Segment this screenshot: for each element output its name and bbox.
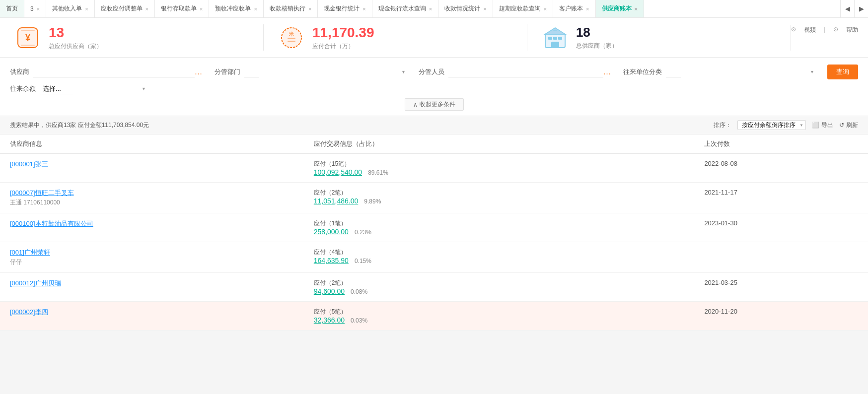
sort-wrapper: 按应付余额倒序排序 <box>737 120 806 130</box>
supplier-info-cell: [000001]张三 <box>0 154 304 183</box>
stats-bar: ¥ 13 总应付供应商（家） 米 11,170.39 应付合计（万） <box>0 18 868 58</box>
nav-tab-other-income-close[interactable]: × <box>85 6 88 12</box>
tx-info-cell: 应付（4笔）164,635.900.15% <box>304 242 695 273</box>
ap-suppliers-number: 13 <box>49 24 248 41</box>
nav-tab-3-label: 3 <box>30 5 34 12</box>
nav-tab-cash-bank-stat-label: 现金银行统计 <box>324 4 360 13</box>
table-header-row: 供应商信息 应付交易信息（占比） 上次付数 <box>0 134 868 154</box>
search-field-balance: 往来余额 选择... <box>10 83 149 94</box>
nav-tab-bank-deposit-label: 银行存取款单 <box>161 4 197 13</box>
ap-amount-icon: 米 <box>279 25 304 51</box>
nav-tab-other-income[interactable]: 其他收入单 × <box>46 0 94 17</box>
nav-next-arrow[interactable]: ▶ <box>854 0 868 17</box>
collapse-button[interactable]: ∧ 收起更多条件 <box>405 98 464 111</box>
ap-amount-number: 11,170.39 <box>312 24 512 41</box>
nav-tab-receipt-verify-close[interactable]: × <box>308 6 311 12</box>
tx-percent: 0.08% <box>351 288 367 295</box>
video-link[interactable]: 视频 <box>804 26 816 34</box>
nav-tab-prepay-ar[interactable]: 预收冲应收单 × <box>209 0 263 17</box>
dept-select[interactable] <box>244 66 259 77</box>
export-button[interactable]: ⬜ 导出 <box>812 121 833 130</box>
stat-info-total-suppliers: 18 总供应商（家） <box>576 25 776 50</box>
nav-tab-supplier-book-close[interactable]: × <box>635 6 638 12</box>
ap-amount-label: 应付合计（万） <box>312 42 512 51</box>
nav-tab-receipt-stat-close[interactable]: × <box>483 6 486 12</box>
nav-tab-cash-bank-flow-close[interactable]: × <box>429 6 432 12</box>
stat-block-total-suppliers: 18 总供应商（家） <box>527 25 791 51</box>
sort-select[interactable]: 按应付余额倒序排序 <box>737 120 806 130</box>
nav-tab-3-close[interactable]: × <box>37 6 40 12</box>
svg-rect-3 <box>21 45 35 46</box>
supplier-link[interactable]: [000002]李四 <box>10 308 48 316</box>
nav-tab-cash-bank-stat-close[interactable]: × <box>362 6 365 12</box>
nav-tab-home[interactable]: 首页 <box>0 0 24 17</box>
search-field-supplier: 供应商 … <box>10 66 205 77</box>
tx-amount[interactable]: 94,600.00 <box>314 287 345 295</box>
nav-tab-customer-book[interactable]: 客户账本 × <box>553 0 595 17</box>
last-pay-cell: 2020-11-20 <box>694 302 868 330</box>
nav-tab-customer-book-close[interactable]: × <box>586 6 589 12</box>
nav-tab-prepay-ar-close[interactable]: × <box>254 6 257 12</box>
tx-amount[interactable]: 100,092,540.00 <box>314 168 362 176</box>
tx-amount[interactable]: 258,000.00 <box>314 228 349 236</box>
nav-tab-ar-ap-adjust-close[interactable]: × <box>145 6 148 12</box>
supplier-link[interactable]: [000007]恒旺二手叉车 <box>10 189 74 197</box>
svg-rect-11 <box>558 37 562 40</box>
nav-tab-overdue-ar[interactable]: 超期应收款查询 × <box>493 0 553 17</box>
stat-block-ap-amount: 米 11,170.39 应付合计（万） <box>264 24 527 51</box>
nav-tab-receipt-verify[interactable]: 收款核销执行 × <box>264 0 318 17</box>
nav-tab-ar-ap-adjust[interactable]: 应收应付调整单 × <box>95 0 155 17</box>
svg-rect-2 <box>21 30 35 31</box>
person-input[interactable] <box>448 66 603 77</box>
tx-amount[interactable]: 32,366.00 <box>314 316 345 324</box>
last-pay-cell: 2021-03-25 <box>694 273 868 302</box>
nav-tab-cash-bank-stat[interactable]: 现金银行统计 × <box>318 0 372 17</box>
supplier-dots[interactable]: … <box>195 67 203 76</box>
supplier-info-cell: [000002]李四 <box>0 302 304 330</box>
table-container: 供应商信息 应付交易信息（占比） 上次付数 [000001]张三应付（15笔）1… <box>0 134 868 330</box>
balance-label: 往来余额 <box>10 84 36 93</box>
sort-label: 排序： <box>714 121 731 130</box>
supplier-input[interactable] <box>33 66 195 77</box>
table-row: [000100]本特勤油品有限公司应付（1笔）258,000.000.23%20… <box>0 213 868 242</box>
nav-tab-supplier-book[interactable]: 供应商账本 × <box>596 0 644 17</box>
svg-marker-13 <box>544 28 566 35</box>
nav-tab-overdue-ar-close[interactable]: × <box>544 6 547 12</box>
tx-percent: 0.15% <box>355 258 371 264</box>
help-link[interactable]: 帮助 <box>846 26 858 34</box>
query-button[interactable]: 查询 <box>827 65 858 79</box>
supplier-link[interactable]: [000001]张三 <box>10 160 48 168</box>
table-row: [000001]张三应付（15笔）100,092,540.0089.61%202… <box>0 154 868 183</box>
supplier-info-cell: [001]广州荣轩仔仔 <box>0 242 304 273</box>
supplier-link[interactable]: [001]广州荣轩 <box>10 249 50 256</box>
supplier-link[interactable]: [000100]本特勤油品有限公司 <box>10 220 93 227</box>
category-select[interactable] <box>666 66 681 77</box>
svg-rect-14 <box>553 30 557 31</box>
supplier-link[interactable]: [000012]广州贝瑞 <box>10 279 61 287</box>
dept-select-wrapper <box>244 66 409 77</box>
total-suppliers-icon <box>542 25 568 51</box>
refresh-button[interactable]: ↺ 刷新 <box>839 121 858 130</box>
person-dots[interactable]: … <box>603 67 611 76</box>
nav-tab-bank-deposit-close[interactable]: × <box>200 6 203 12</box>
nav-tab-3[interactable]: 3 × <box>24 0 46 17</box>
nav-tab-cash-bank-flow[interactable]: 现金银行流水查询 × <box>372 0 438 17</box>
table-row: [000012]广州贝瑞应付（2笔）94,600.000.08%2021-03-… <box>0 273 868 302</box>
last-pay-cell: 2022-08-08 <box>694 154 868 183</box>
tx-label: 应付（2笔） <box>314 279 685 287</box>
nav-tab-home-label: 首页 <box>6 4 18 13</box>
nav-prev-arrow[interactable]: ◀ <box>840 0 854 17</box>
svg-rect-10 <box>553 37 557 40</box>
search-field-category: 往来单位分类 <box>623 66 818 77</box>
nav-tab-prepay-ar-label: 预收冲应收单 <box>215 4 251 13</box>
nav-tab-bank-deposit[interactable]: 银行存取款单 × <box>155 0 209 17</box>
tx-percent: 0.23% <box>355 229 371 236</box>
svg-text:米: 米 <box>289 31 294 37</box>
nav-tab-receipt-stat[interactable]: 收款情况统计 × <box>438 0 493 17</box>
tx-amount[interactable]: 164,635.90 <box>314 257 349 264</box>
dept-label: 分管部门 <box>215 67 240 76</box>
tx-amount[interactable]: 11,051,486.00 <box>314 197 359 205</box>
tx-label: 应付（4笔） <box>314 248 685 257</box>
tx-label: 应付（1笔） <box>314 219 685 228</box>
balance-select[interactable]: 选择... <box>40 83 73 94</box>
